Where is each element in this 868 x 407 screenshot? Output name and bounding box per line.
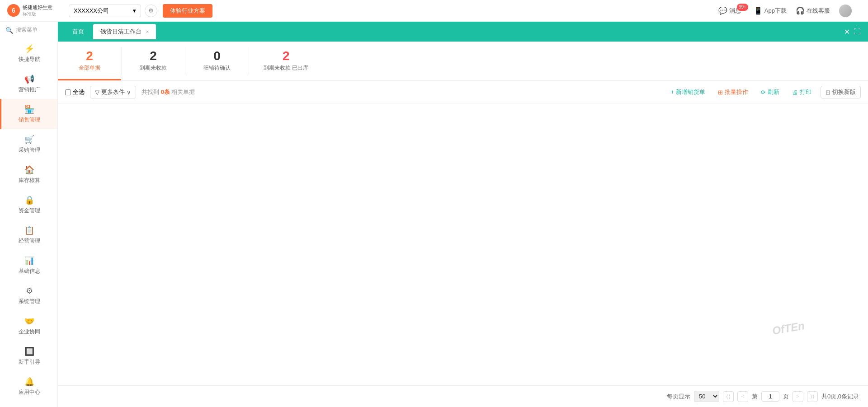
window-close-button[interactable]: ✕ (844, 28, 850, 36)
switch-version-button[interactable]: ⊡ 切换新版 (821, 86, 861, 98)
tab-bar: 首页 钱货日清工作台 × ✕ ⛶ (58, 22, 868, 42)
logo-icon: 6 (7, 4, 20, 17)
sidebar-item-inventory[interactable]: 🏠 库存核算 (0, 159, 57, 190)
stat-card-shipped[interactable]: 2 到期未收款 已出库 (249, 42, 323, 80)
page-number-input[interactable]: 1 (761, 391, 779, 402)
stat-label-shipped: 到期未收款 已出库 (264, 64, 308, 72)
gear-icon: ⚙ (148, 7, 154, 14)
sidebar-item-system[interactable]: ⚙ 系统管理 (0, 281, 57, 311)
sidebar-item-sales[interactable]: 🏪 销售管理 (0, 99, 57, 129)
select-all-label: 全选 (73, 88, 85, 96)
company-name: XXXXXX公司 (74, 7, 109, 15)
sidebar-item-newbie[interactable]: 🔲 新手引导 (0, 341, 57, 371)
clipboard-icon: 📋 (24, 225, 34, 235)
sidebar-label-purchase: 采购管理 (19, 146, 40, 154)
sidebar-label-enterprise: 企业协同 (19, 328, 40, 336)
per-page-select[interactable]: 10 20 50 100 (694, 391, 719, 402)
message-icon: 💬 (718, 6, 727, 15)
stat-label-pending: 旺辅待确认 (203, 64, 231, 72)
sidebar-label-basic: 基础信息 (19, 267, 40, 275)
found-prefix: 共找到 (142, 89, 159, 95)
found-count: 0条 (161, 89, 170, 95)
sidebar-item-enterprise[interactable]: 🤝 企业协同 (0, 311, 57, 341)
service-icon: 🎧 (796, 6, 805, 15)
stat-card-all[interactable]: 2 全部单据 (58, 42, 121, 80)
main-layout: 🔍 搜索菜单 ⚡ 快捷导航 📢 营销推广 🏪 销售管理 🛒 采购管理 🏠 库存核… (0, 22, 868, 407)
sidebar-item-capital[interactable]: 🔒 资金管理 (0, 190, 57, 220)
sidebar-item-search[interactable]: 🔍 搜索菜单 (0, 22, 57, 38)
message-badge: 99+ (737, 4, 748, 11)
database-icon: 📊 (24, 256, 34, 266)
handshake-icon: 🤝 (24, 316, 34, 326)
page-prefix-label: 第 (752, 393, 758, 401)
batch-icon: ⊞ (718, 89, 723, 96)
settings-button[interactable]: ⚙ (145, 5, 157, 17)
company-selector[interactable]: XXXXXX公司 ▾ (69, 5, 141, 17)
message-button[interactable]: 💬 消息 99+ (715, 6, 745, 15)
search-icon: 🔍 (5, 27, 13, 34)
next-page-button[interactable]: ＞ (793, 391, 803, 402)
lock-icon: 🔒 (24, 195, 34, 205)
sidebar-item-operation[interactable]: 📋 经营管理 (0, 220, 57, 250)
sidebar-item-appstore[interactable]: 🔔 应用中心 (0, 371, 57, 402)
bell-icon: 🔔 (24, 377, 34, 387)
pagination: 每页显示 10 20 50 100 ⟨⟨ ＜ 第 1 页 ＞ ⟩⟩ 共0页,0条… (58, 385, 868, 407)
batch-ops-button[interactable]: ⊞ 批量操作 (714, 86, 752, 98)
stat-card-overdue[interactable]: 2 到期未收款 (122, 42, 185, 80)
stat-card-pending[interactable]: 0 旺辅待确认 (185, 42, 249, 80)
first-page-button[interactable]: ⟨⟨ (723, 391, 734, 402)
found-suffix: 相关单据 (171, 89, 195, 95)
select-all-input[interactable] (65, 89, 71, 95)
warehouse-icon: 🏠 (24, 165, 34, 175)
sales-icon: 🏪 (24, 104, 34, 114)
more-filter-button[interactable]: ▽ 更多条件 ∨ (90, 86, 136, 98)
cart-icon: 🛒 (24, 135, 34, 145)
logo-area: 6 畅捷通好生意 标准版 (7, 4, 65, 17)
refresh-icon: ⟳ (761, 89, 766, 96)
avatar[interactable] (839, 5, 852, 17)
window-maximize-button[interactable]: ⛶ (854, 28, 861, 36)
sidebar-label-sales: 销售管理 (19, 116, 40, 124)
system-icon: ⚙ (26, 286, 33, 296)
sidebar-item-wechat[interactable]: 💬 企业微信 (0, 402, 57, 407)
select-all-checkbox[interactable]: 全选 (65, 88, 85, 96)
toolbar-left: 全选 ▽ 更多条件 ∨ 共找到 0条 相关单据 (65, 86, 195, 98)
refresh-label: 刷新 (768, 88, 779, 96)
print-button[interactable]: 🖨 打印 (788, 86, 815, 98)
switch-label: 切换新版 (832, 88, 856, 96)
sidebar-label-quick-nav: 快捷导航 (19, 56, 40, 63)
batch-label: 批量操作 (725, 88, 748, 96)
toolbar-right: + 新增销货单 ⊞ 批量操作 ⟳ 刷新 🖨 打印 ⊡ (667, 86, 861, 98)
sidebar-label-appstore: 应用中心 (19, 388, 40, 396)
trial-button[interactable]: 体验行业方案 (163, 4, 212, 18)
sidebar-item-quick-nav[interactable]: ⚡ 快捷导航 (0, 38, 57, 69)
sidebar-item-purchase[interactable]: 🛒 采购管理 (0, 129, 57, 159)
filter-label: 更多条件 (101, 88, 125, 96)
tab-active[interactable]: 钱货日清工作台 × (93, 24, 156, 39)
sidebar-item-marketing[interactable]: 📢 营销推广 (0, 69, 57, 99)
stat-label-all: 全部单据 (79, 64, 100, 72)
tab-label: 钱货日清工作台 (100, 28, 142, 36)
online-service-button[interactable]: 🎧 在线客服 (796, 6, 830, 15)
print-icon: 🖨 (792, 89, 798, 96)
sidebar-label-system: 系统管理 (19, 298, 40, 305)
logo-text: 畅捷通好生意 (23, 4, 52, 10)
app-download-label: App下载 (764, 7, 787, 15)
toolbar: 全选 ▽ 更多条件 ∨ 共找到 0条 相关单据 + 新增销货单 (58, 81, 868, 103)
found-text: 共找到 0条 相关单据 (142, 88, 195, 96)
sidebar-label-inventory: 库存核算 (19, 177, 40, 184)
sidebar-item-basic[interactable]: 📊 基础信息 (0, 250, 57, 281)
tab-close-button[interactable]: × (146, 29, 149, 34)
new-sale-button[interactable]: + 新增销货单 (667, 86, 709, 98)
last-page-button[interactable]: ⟩⟩ (807, 391, 818, 402)
stats-row: 2 全部单据 2 到期未收款 0 旺辅待确认 2 到期未收款 已出库 (58, 42, 868, 81)
app-download-button[interactable]: 📱 App下载 (754, 6, 787, 15)
filter-icon: ▽ (95, 89, 99, 96)
refresh-button[interactable]: ⟳ 刷新 (757, 86, 783, 98)
phone-icon: 📱 (754, 6, 763, 15)
prev-page-button[interactable]: ＜ (737, 391, 748, 402)
chevron-down-icon: ▾ (133, 7, 136, 14)
stat-number-overdue: 2 (150, 49, 157, 63)
stat-number-all: 2 (86, 49, 93, 63)
tab-home[interactable]: 首页 (65, 24, 91, 39)
